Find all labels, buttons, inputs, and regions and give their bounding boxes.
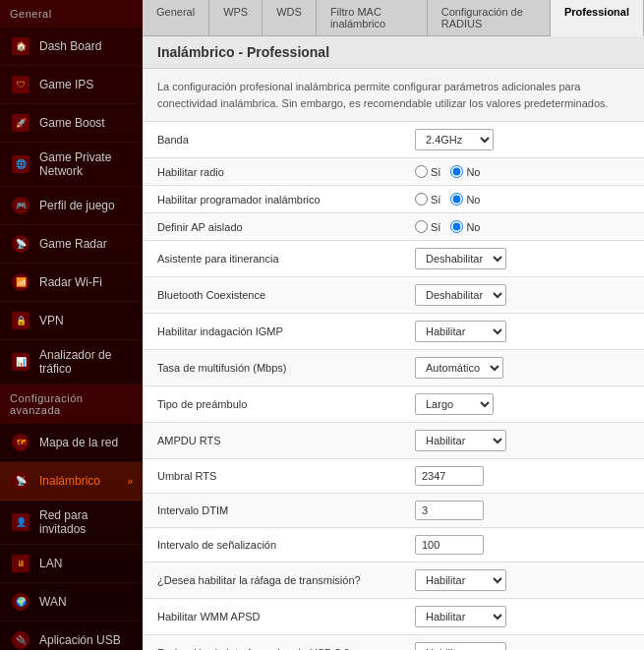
settings-content: Inalámbrico - Professional La configurac… [143,36,644,650]
setting-label: Definir AP aislado [143,213,400,241]
radio-habilitar-radio-Sí[interactable] [415,165,428,178]
sidebar-item-game-ips[interactable]: 🛡 Game IPS [0,66,143,104]
input-intervalo-dtim[interactable] [415,501,484,520]
setting-label: Intervalo de señalización [143,528,400,562]
setting-control[interactable]: HabilitarDeshabilitar [400,314,644,350]
setting-control[interactable] [400,494,644,528]
sidebar-item-game-boost[interactable]: 🚀 Game Boost [0,104,143,143]
sidebar-item-label: Analizador de tráfico [39,348,133,376]
sidebar-item-label: Perfil de juego [39,199,133,212]
sidebar-item-label: VPN [39,314,133,327]
inalambrico-icon: 📡 [10,470,31,492]
setting-label: Habilitar programador inalámbrico [143,186,400,213]
table-row: Tasa de multifusión (Mbps)Automático125.… [143,350,644,386]
setting-control[interactable]: 2.4GHz5GHz [400,122,644,158]
setting-control[interactable]: Automático125.511 [400,350,644,386]
setting-control[interactable]: SíNo [400,158,644,186]
input-intervalo-senalizacion[interactable] [415,535,484,555]
game-boost-icon: 🚀 [10,112,31,134]
sidebar-item-game-radar[interactable]: 📡 Game Radar [0,225,143,264]
sidebar-item-perfil-juego[interactable]: 🎮 Perfil de juego [0,187,143,225]
sidebar-item-lan[interactable]: 🖥 LAN [0,545,143,583]
page-description: La configuración profesional inalámbrica… [143,69,644,122]
sidebar-item-label: Radar Wi-Fi [39,275,133,289]
setting-control[interactable]: DeshabilitarHabilitar [400,241,644,277]
table-row: Intervalo de señalización [143,528,644,562]
table-row: Habilitar programador inalámbricoSíNo [143,186,644,213]
setting-control[interactable]: HabilitarDeshabilitar [400,599,644,635]
radio-label: Sí [431,166,440,178]
setting-control[interactable]: SíNo [400,213,644,241]
setting-label: AMPDU RTS [143,423,400,459]
vpn-icon: 🔒 [10,310,31,331]
sidebar-item-radar-wifi[interactable]: 📶 Radar Wi-Fi [0,264,143,302]
radar-wifi-icon: 📶 [10,271,31,293]
setting-control[interactable]: HabilitarDeshabilitar [400,423,644,459]
input-umbral-rts[interactable] [415,466,484,486]
sidebar-item-vpn[interactable]: 🔒 VPN [0,302,143,340]
red-invitados-icon: 👤 [10,511,31,533]
select-reduccion-usb[interactable]: HabilitarDeshabilitar [415,642,506,650]
setting-label: Intervalo DTIM [143,494,400,528]
select-rafaga-transmision[interactable]: HabilitarDeshabilitar [415,569,506,591]
setting-label: Tipo de preámbulo [143,386,400,423]
tab-filtro-mac[interactable]: Filtro MAC inalámbrico [317,0,428,35]
radio-label: No [466,166,480,178]
tab-bar: General WPS WDS Filtro MAC inalámbrico C… [143,0,644,36]
sidebar-item-wan[interactable]: 🌍 WAN [0,583,143,621]
setting-control[interactable]: HabilitarDeshabilitar [400,635,644,651]
inalambrico-arrow: » [127,476,133,487]
mapa-red-icon: 🗺 [10,432,31,453]
table-row: Reducción de interferencias de USB 3.0Ha… [143,635,644,651]
radio-group-habilitar-programador: SíNo [415,193,629,206]
select-banda[interactable]: 2.4GHz5GHz [415,129,494,150]
setting-control[interactable] [400,528,644,562]
radio-label: No [466,194,480,206]
radio-habilitar-radio-No[interactable] [450,165,463,178]
tab-professional[interactable]: Professional [551,0,644,36]
sidebar-section-advanced: Configuración avanzada [0,384,143,424]
select-tasa-multifusion[interactable]: Automático125.511 [415,357,503,379]
tab-wps[interactable]: WPS [209,0,263,35]
setting-control[interactable]: HabilitarDeshabilitar [400,562,644,599]
sidebar-item-inalambrico[interactable]: 📡 Inalámbrico » [0,462,143,501]
radio-definir-ap-No[interactable] [450,220,463,233]
sidebar-item-dashboard[interactable]: 🏠 Dash Board [0,28,143,66]
tab-radius[interactable]: Configuración de RADIUS [428,0,551,35]
setting-control[interactable]: DeshabilitarHabilitar [400,277,644,314]
sidebar-item-game-private-network[interactable]: 🌐 Game Private Network [0,143,143,187]
radio-group-definir-ap: SíNo [415,220,629,233]
select-bluetooth-coexistence[interactable]: DeshabilitarHabilitar [415,284,506,306]
sidebar-item-label: Dash Board [39,39,133,53]
select-ampdu-rts[interactable]: HabilitarDeshabilitar [415,430,506,451]
setting-label: Bluetooth Coexistence [143,277,400,314]
table-row: Umbral RTS [143,459,644,494]
analizador-icon: 📊 [10,351,31,373]
tab-general[interactable]: General [143,0,209,35]
game-radar-icon: 📡 [10,233,31,255]
select-habilitar-igmp[interactable]: HabilitarDeshabilitar [415,321,506,342]
setting-control[interactable] [400,459,644,494]
table-row: Habilitar WMM APSDHabilitarDeshabilitar [143,599,644,635]
radio-habilitar-programador-No[interactable] [450,193,463,206]
tab-wds[interactable]: WDS [263,0,317,35]
main-content: General WPS WDS Filtro MAC inalámbrico C… [143,0,644,650]
page-title: Inalámbrico - Professional [143,36,644,69]
dashboard-icon: 🏠 [10,35,31,57]
table-row: Intervalo DTIM [143,494,644,528]
select-asistente-itinerancia[interactable]: DeshabilitarHabilitar [415,248,506,269]
sidebar-item-aplicacion-usb[interactable]: 🔌 Aplicación USB [0,621,143,650]
usb-icon: 🔌 [10,629,31,650]
select-tipo-preambulo[interactable]: LargoCorto [415,393,494,415]
table-row: Asistente para itineranciaDeshabilitarHa… [143,241,644,277]
sidebar-item-analizador[interactable]: 📊 Analizador de tráfico [0,340,143,384]
radio-definir-ap-Sí[interactable] [415,220,428,233]
select-wmm-apsd[interactable]: HabilitarDeshabilitar [415,606,506,627]
sidebar-item-red-invitados[interactable]: 👤 Red para invitados [0,501,143,545]
sidebar-item-label: LAN [39,557,133,570]
sidebar-item-mapa-red[interactable]: 🗺 Mapa de la red [0,424,143,462]
radio-habilitar-programador-Sí[interactable] [415,193,428,206]
setting-control[interactable]: LargoCorto [400,386,644,423]
setting-control[interactable]: SíNo [400,186,644,213]
settings-table: Banda2.4GHz5GHzHabilitar radioSíNoHabili… [143,122,644,650]
